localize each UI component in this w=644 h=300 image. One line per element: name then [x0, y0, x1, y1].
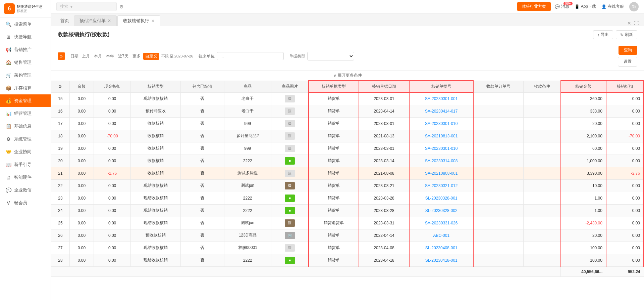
sidebar-item-basic-info[interactable]: 📋 基础信息 — [0, 120, 51, 133]
sidebar-item-collab[interactable]: 🤝 企业协同 — [0, 145, 51, 158]
tab-expand-icon[interactable]: ⛶ — [634, 20, 639, 26]
cell-bill-type: 销货单 — [309, 167, 359, 179]
sidebar-item-system[interactable]: ⚙ 系统管理 — [0, 133, 51, 145]
sidebar-item-label: 营销推广 — [14, 47, 32, 53]
tab-verify[interactable]: 收款核销执行 ✕ — [117, 15, 160, 26]
quicknav-icon: ⊞ — [5, 34, 11, 40]
app-download-button[interactable]: 📱 App下载 — [575, 4, 596, 9]
cell-verify-type: 预付冲应收 — [131, 105, 181, 117]
export-button[interactable]: ↑ 导出 — [593, 30, 613, 39]
cell-receipt-condition — [524, 242, 561, 254]
date-this-year[interactable]: 本年 — [105, 53, 115, 60]
tab-close-prepay[interactable]: ✕ — [108, 18, 111, 23]
message-button[interactable]: 💬 消息 99+ — [555, 4, 569, 9]
sidebar-item-member[interactable]: V 畅会员 — [0, 197, 51, 209]
bill-no-link[interactable]: SL-20230418-001 — [425, 258, 458, 263]
sidebar-item-purchase[interactable]: 🛒 采购管理 — [0, 69, 51, 82]
date-this-month[interactable]: 本月 — [93, 53, 103, 60]
guide-icon: 📖 — [5, 162, 11, 167]
sidebar-item-sales[interactable]: 🏠 销售管理 — [0, 56, 51, 69]
setting-button[interactable]: 设置 — [618, 57, 637, 67]
sidebar-item-management[interactable]: 📊 经营管理 — [0, 107, 51, 120]
table-row: 26 0.00 0.00 预收款核销 否 123D商品 🏢 销货单 2022-0… — [51, 229, 644, 242]
query-button[interactable]: 查询 — [619, 46, 637, 55]
app-icon: 📱 — [575, 4, 580, 9]
col-header-goods-image: 商品图片 — [271, 81, 308, 92]
content-area: 收款核销执行(按收款) ↑ 导出 ↻ 刷新 » 日期 上月 本月 本 — [51, 26, 644, 300]
cell-include-settled: 否 — [181, 242, 224, 254]
bill-type-select[interactable] — [307, 52, 354, 60]
cell-verify-type: 收款核销 — [131, 117, 181, 130]
cell-cash-discount: 0.00 — [94, 192, 130, 204]
partner-input[interactable] — [217, 52, 284, 60]
goods-image-photo: 🖼 — [285, 182, 295, 189]
cell-verify-amount: 1,000.00 — [561, 155, 606, 167]
bill-no-link[interactable]: SA-20230414-017 — [425, 109, 458, 114]
cell-balance: 0.00 — [69, 242, 94, 254]
table-row: 21 0.00 -2.76 收款核销 否 测试多属性 🖼 销货单 2021-08… — [51, 167, 644, 179]
management-icon: 📊 — [5, 111, 11, 116]
page-title: 收款核销执行(按收款) — [58, 31, 110, 38]
cell-bill-type: 销货单 — [309, 254, 359, 267]
bill-no-link[interactable]: SL-20230408-001 — [425, 246, 458, 250]
cell-verify-type: 现结收款核销 — [131, 217, 181, 229]
bill-no-link[interactable]: ABC-001 — [433, 233, 449, 238]
sidebar-item-quicknav[interactable]: ⊞ 快捷导航 — [0, 31, 51, 43]
date-7days[interactable]: 近7天 — [117, 53, 130, 60]
bill-no-link[interactable]: SA-20230301-010 — [425, 146, 458, 151]
table-row: 20 0.00 0.00 收款核销 否 2222 ■ 销货单 2023-03-1… — [51, 155, 644, 167]
cell-goods-image: 🖼 — [271, 242, 308, 254]
settings-icon[interactable]: ⚙ — [119, 4, 124, 9]
tab-close-all-icon[interactable]: ✕ — [627, 20, 631, 26]
cell-id: 25 — [51, 217, 70, 229]
online-service-button[interactable]: 👤 在线客服 — [601, 4, 624, 9]
date-custom[interactable]: 自定义 — [143, 53, 159, 60]
expand-more-bar[interactable]: ∨ 展开更多条件 — [51, 70, 644, 80]
cell-cash-discount: 0.00 — [94, 254, 130, 267]
cell-verify-discount: 0.00 — [606, 117, 644, 130]
cell-include-settled: 否 — [181, 254, 224, 267]
bill-no-link[interactable]: SA-20230321-012 — [425, 183, 458, 188]
date-filter: 上月 本月 本年 近7天 更多 自定义 — [80, 53, 159, 60]
col-header-settings[interactable]: ⚙ — [51, 81, 70, 92]
sidebar-item-wechat[interactable]: 💬 企业微信 — [0, 184, 51, 197]
tab-prepay[interactable]: 预付冲应付单 ✕ — [74, 15, 117, 26]
cell-cash-discount: 0.00 — [94, 179, 130, 192]
logo-icon: 6 — [4, 3, 15, 14]
sidebar-item-hardware[interactable]: 🖨 智能硬件 — [0, 171, 51, 184]
sidebar-item-inventory[interactable]: 📦 库存核算 — [0, 82, 51, 94]
sidebar-item-finance[interactable]: 💰 资金管理 — [0, 94, 51, 107]
cell-bill-no: SA-20230301-010 — [409, 142, 473, 155]
sidebar-item-marketing[interactable]: 📢 营销推广 — [0, 43, 51, 56]
refresh-button[interactable]: ↻ 刷新 — [616, 30, 637, 39]
bill-no-link[interactable]: SA-20210813-001 — [425, 134, 458, 138]
sidebar-item-label: 销售管理 — [14, 59, 32, 66]
date-last-month[interactable]: 上月 — [80, 53, 91, 60]
bill-no-link[interactable]: SA-20230314-008 — [425, 159, 458, 163]
user-avatar[interactable]: Rit — [629, 2, 639, 11]
sidebar-item-guide[interactable]: 📖 新手引导 — [0, 158, 51, 171]
sidebar-item-search[interactable]: 🔍 搜索菜单 — [0, 18, 51, 31]
topbar: 搜索 ▼ ⚙ 体验行业方案 💬 消息 99+ 📱 App下载 👤 在线客服 Ri… — [51, 0, 644, 13]
bill-no-link[interactable]: SL-20230328-001 — [425, 196, 458, 201]
filter-expand-button[interactable]: » — [58, 52, 65, 60]
date-more[interactable]: 更多 — [131, 53, 142, 60]
data-table-container[interactable]: ⚙ 余额 现金折扣 核销类型 包含已结清 商品 商品图片 核销单据类型 核销单据… — [51, 80, 644, 300]
tab-home[interactable]: 首页 — [56, 16, 73, 26]
cell-balance: 0.00 — [69, 105, 94, 117]
sidebar-item-label: 搜索菜单 — [14, 21, 32, 27]
tab-close-verify[interactable]: ✕ — [151, 18, 155, 23]
topbar-search-area: 搜索 ▼ ⚙ — [56, 2, 513, 11]
bill-no-link[interactable]: SA-20230301-010 — [425, 121, 458, 126]
bill-no-link[interactable]: SA-20230331-026 — [425, 221, 458, 225]
bill-no-link[interactable]: SL-20230328-002 — [425, 208, 458, 213]
cell-goods-image: 🖼 — [271, 142, 308, 155]
solution-button[interactable]: 体验行业方案 — [517, 2, 551, 11]
bill-no-link[interactable]: SA-20230301-001 — [425, 96, 458, 101]
cell-bill-type: 销货单 — [309, 229, 359, 242]
bill-no-link[interactable]: SA-20210808-001 — [425, 171, 458, 176]
message-icon: 💬 — [555, 4, 560, 9]
cell-goods-image: ■ — [271, 204, 308, 217]
cell-goods-image: 🏢 — [271, 229, 308, 242]
wechat-icon: 💬 — [5, 187, 11, 193]
